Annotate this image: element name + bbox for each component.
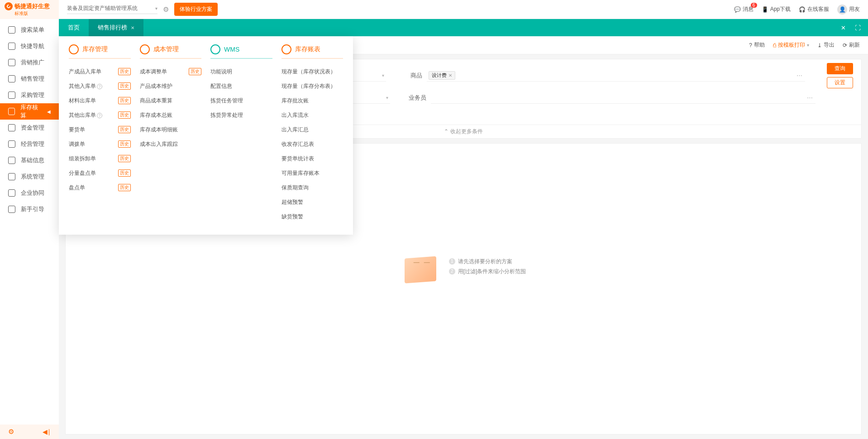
sidebar-item-0[interactable]: 搜索菜单 <box>0 22 59 38</box>
nav-icon <box>8 157 15 164</box>
mega-item[interactable]: 库存批次账 <box>281 93 343 108</box>
sidebar-item-3[interactable]: 销售管理 <box>0 71 59 87</box>
history-badge[interactable]: 历史 <box>118 68 131 75</box>
sidebar-item-2[interactable]: 营销推广 <box>0 54 59 71</box>
mega-item[interactable]: 产品成本维护 <box>140 79 202 93</box>
mega-item[interactable]: 材料出库单历史 <box>69 93 131 108</box>
print-link[interactable]: ⎙按模板打印▾ <box>773 41 809 49</box>
mega-item[interactable]: 超储预警 <box>281 195 343 209</box>
mega-item[interactable]: 其他入库单?历史 <box>69 79 131 93</box>
sidebar-item-9[interactable]: 系统管理 <box>0 169 59 185</box>
mega-item[interactable]: 库存成本总账 <box>140 108 202 122</box>
mega-column: WMS功能说明配置信息拣货任务管理拣货异常处理 <box>206 44 277 224</box>
phone-icon: 📱 <box>762 6 768 13</box>
user-menu[interactable]: 👤 用友 <box>837 5 860 14</box>
history-badge[interactable]: 历史 <box>118 126 131 133</box>
mega-item[interactable]: 缺货预警 <box>281 209 343 224</box>
more-icon[interactable]: ⋯ <box>807 94 814 101</box>
goods-input[interactable]: 设计费✕ ⋯ <box>427 70 805 82</box>
mega-item[interactable]: 可用量库存账本 <box>281 166 343 180</box>
mega-item[interactable]: 要货单历史 <box>69 122 131 137</box>
messages-link[interactable]: 💬 消息 6 <box>734 5 754 13</box>
mega-item[interactable]: 配置信息 <box>210 79 272 93</box>
sidebar-item-7[interactable]: 经营管理 <box>0 136 59 152</box>
history-badge[interactable]: 历史 <box>118 140 131 148</box>
app-download-link[interactable]: 📱 App下载 <box>762 5 791 13</box>
sidebar-item-5[interactable]: 库存核算◀ <box>0 103 59 120</box>
mega-item[interactable]: 调拨单历史 <box>69 137 131 151</box>
nav-label: 资金管理 <box>21 124 44 132</box>
online-service-link[interactable]: 🎧 在线客服 <box>799 5 829 13</box>
info-icon: ? <box>97 84 102 89</box>
history-badge[interactable]: 历史 <box>118 97 131 104</box>
sidebar-item-1[interactable]: 快捷导航 <box>0 38 59 54</box>
system-name: 装备及固定资产辅助管理系统 <box>67 5 138 12</box>
settings-button[interactable]: 设置 <box>827 77 853 88</box>
sidebar-item-8[interactable]: 基础信息 <box>0 152 59 169</box>
mega-item[interactable]: 现存量（库存分布表） <box>281 79 343 93</box>
sidebar-item-11[interactable]: 新手引导 <box>0 201 59 217</box>
tab-active-label: 销售排行榜 <box>98 24 127 32</box>
nav-label: 销售管理 <box>21 75 44 83</box>
mega-item[interactable]: 现存量（库存状况表） <box>281 64 343 79</box>
export-link[interactable]: ⤓导出 <box>817 41 835 49</box>
history-badge[interactable]: 历史 <box>118 184 131 191</box>
mega-item[interactable]: 拣货异常处理 <box>210 108 272 122</box>
category-icon <box>69 44 79 54</box>
help-link[interactable]: ?帮助 <box>749 41 765 49</box>
mega-item[interactable]: 分量盘点单历史 <box>69 166 131 180</box>
sales-label: 业务员 <box>404 94 426 102</box>
history-badge[interactable]: 历史 <box>118 111 131 119</box>
mega-item[interactable]: 产成品入库单历史 <box>69 64 131 79</box>
user-name: 用友 <box>849 5 860 13</box>
mega-item[interactable]: 出入库流水 <box>281 108 343 122</box>
history-badge[interactable]: 历史 <box>118 82 131 90</box>
mega-item[interactable]: 功能说明 <box>210 64 272 79</box>
history-badge[interactable]: 历史 <box>189 68 201 75</box>
close-icon[interactable]: ✕ <box>131 25 134 30</box>
logo-text: 畅捷通好生意 <box>14 2 50 10</box>
system-selector[interactable]: 装备及固定资产辅助管理系统 ▾ <box>67 5 157 14</box>
mega-column: 库存账表现存量（库存状况表）现存量（库存分布表）库存批次账出入库流水出入库汇总收… <box>277 44 348 224</box>
avatar-icon: 👤 <box>837 5 847 14</box>
mega-item[interactable]: 要货单统计表 <box>281 151 343 166</box>
mega-item[interactable]: 商品成本重算 <box>140 93 202 108</box>
nav-icon <box>8 26 15 34</box>
mega-item[interactable]: 收发存汇总表 <box>281 137 343 151</box>
try-industry-button[interactable]: 体验行业方案 <box>174 3 218 16</box>
query-button[interactable]: 查询 <box>827 63 853 74</box>
fullscreen-icon[interactable]: ⛶ <box>853 23 863 33</box>
gear-icon[interactable]: ⚙ <box>163 5 169 14</box>
more-icon[interactable]: ⋯ <box>796 72 803 79</box>
sidebar-item-10[interactable]: 企业协同 <box>0 185 59 201</box>
mega-column: 库存管理产成品入库单历史其他入库单?历史材料出库单历史其他出库单?历史要货单历史… <box>64 44 135 224</box>
collapse-icon[interactable]: ◀∣ <box>43 428 51 435</box>
mega-item[interactable]: 保质期查询 <box>281 180 343 195</box>
print-icon: ⎙ <box>773 42 776 48</box>
refresh-link[interactable]: ⟳刷新 <box>843 41 860 49</box>
salesperson-input[interactable]: ⋯ <box>431 92 815 104</box>
sidebar-item-4[interactable]: 采购管理 <box>0 87 59 103</box>
mega-item[interactable]: 成本调整单历史 <box>140 64 202 79</box>
history-badge[interactable]: 历史 <box>118 169 131 177</box>
tab-home-label: 首页 <box>68 24 80 32</box>
mega-item[interactable]: 组装拆卸单历史 <box>69 151 131 166</box>
tab-sales-ranking[interactable]: 销售排行榜 ✕ <box>89 19 143 36</box>
sidebar-item-6[interactable]: 资金管理 <box>0 120 59 136</box>
nav-label: 搜索菜单 <box>21 26 44 34</box>
tab-close-all-icon[interactable]: ✕ <box>838 23 848 33</box>
settings-icon[interactable]: ⚙ <box>8 428 14 436</box>
mega-item[interactable]: 成本出入库跟踪 <box>140 137 202 151</box>
chip-remove-icon[interactable]: ✕ <box>448 73 452 78</box>
mega-item[interactable]: 盘点单历史 <box>69 180 131 195</box>
mega-item[interactable]: 库存成本明细账 <box>140 122 202 137</box>
mega-item[interactable]: 其他出库单?历史 <box>69 108 131 122</box>
mega-item[interactable]: 拣货任务管理 <box>210 93 272 108</box>
chevron-down-icon: ▾ <box>807 43 809 48</box>
export-icon: ⤓ <box>817 42 822 48</box>
mega-item[interactable]: 出入库汇总 <box>281 122 343 137</box>
nav-icon <box>8 43 15 50</box>
history-badge[interactable]: 历史 <box>118 155 131 162</box>
tab-home[interactable]: 首页 <box>59 19 89 36</box>
headset-icon: 🎧 <box>799 6 806 13</box>
